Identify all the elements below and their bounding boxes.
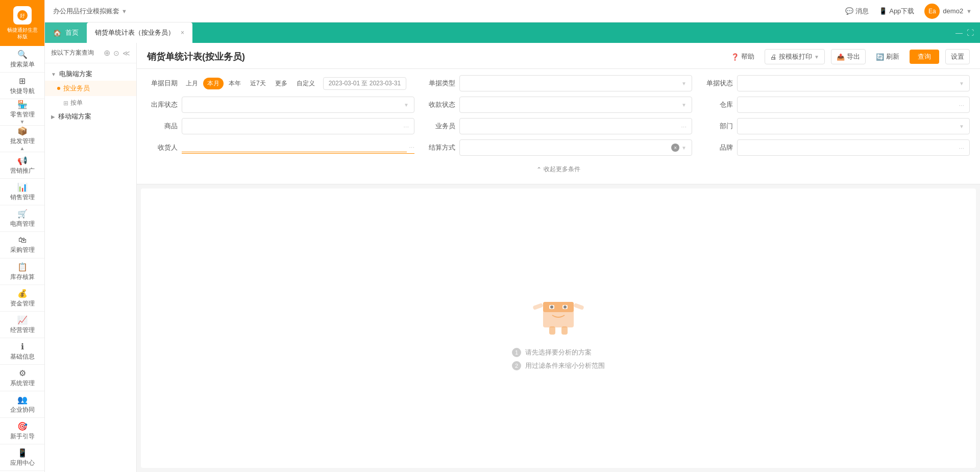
sidebar-item-sales[interactable]: 📊 销售管理 xyxy=(0,179,44,205)
minimize-icon[interactable]: — xyxy=(955,29,963,37)
filter-row-1: 单据日期 上月 本月 本年 近7天 更多 自定义 2023-03-01 至 20… xyxy=(147,75,970,91)
warehouse-select[interactable]: ··· xyxy=(737,97,970,113)
procurement-icon: 🛍 xyxy=(18,235,27,245)
user-chevron-icon: ▼ xyxy=(966,8,972,14)
query-button[interactable]: 查询 xyxy=(910,50,939,64)
sidebar-item-finance[interactable]: 💰 资金管理 xyxy=(0,285,44,312)
out-status-label: 出库状态 xyxy=(147,100,178,109)
doc-type-select[interactable]: ▼ xyxy=(459,75,692,91)
edit-scheme-icon[interactable]: ⊙ xyxy=(113,49,119,57)
logo-icon: 好 xyxy=(13,6,32,25)
shortcuts-icon: ⊞ xyxy=(19,76,26,86)
page-title: 销货单统计表(按业务员) xyxy=(147,51,245,63)
collapse-up-icon: ⌃ xyxy=(536,166,542,173)
help-button[interactable]: ❓ 帮助 xyxy=(727,50,758,63)
filter-warehouse-field: 仓库 ··· xyxy=(702,97,970,113)
doc-status-select[interactable]: ▼ xyxy=(737,75,970,91)
retail-icon: 🏪 xyxy=(17,100,28,109)
collapse-bar[interactable]: ⌃ 收起更多条件 xyxy=(147,161,970,178)
collaboration-icon: 👥 xyxy=(17,395,28,405)
query-sidebar: 按以下方案查询 ⊕ ⊙ ≪ ▼ 电脑端方案 按业务员 ⊞ 按单 xyxy=(45,43,137,472)
mobile-scheme-title[interactable]: ▶ 移动端方案 xyxy=(45,110,136,123)
empty-tip-2: 2 用过滤条件来缩小分析范围 xyxy=(512,361,605,370)
sidebar-item-system[interactable]: ⚙ 系统管理 xyxy=(0,365,44,391)
sidebar-item-retail[interactable]: 🏪 零售管理 ▼ xyxy=(0,99,44,126)
sidebar-item-inventory[interactable]: 📋 库存核算 xyxy=(0,258,44,285)
empty-illustration xyxy=(528,287,589,338)
svg-text:好: 好 xyxy=(20,13,25,18)
message-icon: 💬 xyxy=(845,7,853,15)
desktop-scheme-title[interactable]: ▼ 电脑端方案 xyxy=(45,67,136,81)
receipt-status-select[interactable]: ▼ xyxy=(459,97,692,113)
export-button[interactable]: 📤 导出 xyxy=(831,49,866,64)
scheme-item-salesperson[interactable]: 按业务员 xyxy=(45,81,136,96)
warehouse-label: 仓库 xyxy=(702,100,733,109)
sidebar-item-wholesale[interactable]: 📦 批发管理 ▲ xyxy=(0,126,44,152)
print-button[interactable]: 🖨 按模板打印 ▼ xyxy=(765,49,825,64)
desktop-scheme-group: ▼ 电脑端方案 按业务员 ⊞ 按单 ▶ 移动端方案 xyxy=(45,63,136,127)
scheme-sub-item-order[interactable]: ⊞ 按单 xyxy=(45,96,136,110)
date-range-display[interactable]: 2023-03-01 至 2023-03-31 xyxy=(323,77,406,90)
settings-button[interactable]: 设置 xyxy=(945,49,970,64)
app-center-icon: 📱 xyxy=(17,448,28,458)
date-tab-this-year[interactable]: 本年 xyxy=(225,78,245,89)
consignee-input[interactable] xyxy=(182,142,407,152)
filter-salesperson-field: 业务员 ··· xyxy=(425,118,692,134)
sidebar-item-search[interactable]: 🔍 搜索菜单 xyxy=(0,46,44,73)
date-tab-7days[interactable]: 近7天 xyxy=(246,78,270,89)
salesperson-select[interactable]: ··· xyxy=(459,118,692,134)
ecommerce-icon: 🛒 xyxy=(17,209,28,219)
date-tab-this-month[interactable]: 本月 xyxy=(203,78,224,89)
brand-label: 品牌 xyxy=(702,143,733,152)
filter-out-status-field: 出库状态 ▼ xyxy=(147,97,414,113)
user-profile[interactable]: Ea demo2 ▼ xyxy=(924,4,972,19)
svg-rect-8 xyxy=(532,302,544,310)
tab-sales-stats[interactable]: 销货单统计表（按业务员） × xyxy=(87,22,192,43)
doc-status-label: 单据状态 xyxy=(702,79,733,88)
sidebar: 好 畅捷通好生意 标版 🔍 搜索菜单 ⊞ 快捷导航 🏪 零售管理 ▼ 📦 批发管… xyxy=(0,0,45,472)
help-icon: ❓ xyxy=(731,53,739,61)
app-download-button[interactable]: 📱 App下载 xyxy=(879,7,914,16)
tab-close-icon[interactable]: × xyxy=(181,29,184,36)
settlement-select[interactable]: × ▼ xyxy=(459,139,692,156)
sidebar-item-operations[interactable]: 📈 经营管理 xyxy=(0,312,44,338)
marketing-icon: 📢 xyxy=(17,156,28,166)
sidebar-item-guide[interactable]: 🎯 新手引导 xyxy=(0,418,44,444)
date-tab-more[interactable]: 更多 xyxy=(271,78,291,89)
maximize-icon[interactable]: ⛶ xyxy=(967,29,974,37)
window-controls: — ⛶ xyxy=(949,29,980,37)
messages-button[interactable]: 💬 消息 xyxy=(845,7,869,16)
main-panel: 销货单统计表(按业务员) ❓ 帮助 🖨 按模板打印 ▼ 📤 导出 xyxy=(137,43,980,472)
sidebar-item-app-center[interactable]: 📱 应用中心 xyxy=(0,444,44,471)
doc-type-label: 单据类型 xyxy=(425,79,455,88)
receipt-status-arrow-icon: ▼ xyxy=(681,102,687,108)
filter-settlement-field: 结算方式 × ▼ xyxy=(425,139,692,156)
out-status-arrow-icon: ▼ xyxy=(404,102,409,108)
sidebar-header-icons: ⊕ ⊙ ≪ xyxy=(104,48,130,58)
refresh-button[interactable]: 🔄 刷新 xyxy=(872,50,903,63)
svg-rect-11 xyxy=(561,326,568,335)
sidebar-item-basic-info[interactable]: ℹ 基础信息 xyxy=(0,338,44,365)
sidebar-item-procurement[interactable]: 🛍 采购管理 xyxy=(0,232,44,258)
sidebar-item-collaboration[interactable]: 👥 企业协同 xyxy=(0,391,44,418)
out-status-select[interactable]: ▼ xyxy=(182,97,414,113)
date-tab-custom[interactable]: 自定义 xyxy=(292,78,319,89)
date-tab-last-month[interactable]: 上月 xyxy=(182,78,202,89)
collapse-sidebar-icon[interactable]: ≪ xyxy=(122,49,130,57)
sidebar-item-ecommerce[interactable]: 🛒 电商管理 xyxy=(0,205,44,232)
industry-select[interactable]: 办公用品行业模拟账套 ▼ xyxy=(53,7,127,16)
add-scheme-icon[interactable]: ⊕ xyxy=(104,48,110,58)
empty-state: 1 请先选择要分析的方案 2 用过滤条件来缩小分析范围 xyxy=(141,188,976,468)
brand-select[interactable]: ··· xyxy=(737,139,970,156)
page-header-actions: ❓ 帮助 🖨 按模板打印 ▼ 📤 导出 🔄 刷新 xyxy=(727,49,970,64)
page-header: 销货单统计表(按业务员) ❓ 帮助 🖨 按模板打印 ▼ 📤 导出 xyxy=(137,43,980,69)
department-select[interactable]: ▼ xyxy=(737,118,970,134)
tab-home[interactable]: 🏠 首页 xyxy=(45,22,87,43)
goods-select[interactable]: ··· xyxy=(182,118,414,134)
sidebar-item-shortcuts[interactable]: ⊞ 快捷导航 xyxy=(0,73,44,99)
guide-icon: 🎯 xyxy=(17,421,28,431)
settlement-clear-icon[interactable]: × xyxy=(671,144,679,152)
finance-icon: 💰 xyxy=(17,289,28,298)
sidebar-item-marketing[interactable]: 📢 营销推广 xyxy=(0,152,44,179)
empty-tips: 1 请先选择要分析的方案 2 用过滤条件来缩小分析范围 xyxy=(512,348,605,370)
